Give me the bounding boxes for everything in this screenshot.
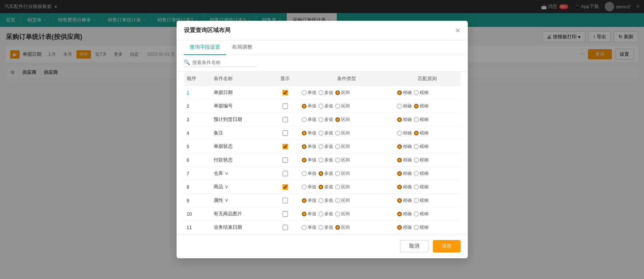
match-radio-模糊-3[interactable]: 模糊 [414,130,428,136]
match-radio-精确-10[interactable]: 精确 [397,224,412,231]
type-radio-区间-7[interactable]: 区间 [335,184,350,190]
row-name-7: 商品 ∨ [211,180,272,194]
type-radio-区间-3[interactable]: 区间 [335,130,350,136]
type-radio-多值-6[interactable]: 多值 [319,170,333,177]
type-radio-多值-5[interactable]: 多值 [319,157,333,163]
modal-title: 设置查询区域布局 [184,27,230,34]
match-radio-模糊-10[interactable]: 模糊 [414,224,428,231]
type-radio-区间-6[interactable]: 区间 [335,170,350,177]
display-checkbox-3[interactable] [283,130,288,136]
type-radio-多值-10[interactable]: 多值 [319,224,333,231]
save-button[interactable]: 保存 [433,240,461,252]
display-checkbox-0[interactable] [283,90,288,95]
match-radio-精确-2[interactable]: 精确 [397,117,412,123]
display-checkbox-10[interactable] [283,225,288,230]
display-checkbox-6[interactable] [283,171,288,176]
match-radio-模糊-1[interactable]: 模糊 [414,103,428,109]
table-row: 5单据状态单值多值区间精确模糊 [184,140,461,153]
row-order-9: 10 [184,207,211,221]
row-display-6 [272,167,299,180]
type-radio-单值-9[interactable]: 单值 [302,211,316,217]
type-radio-多值-7[interactable]: 多值 [319,184,333,190]
match-radio-模糊-4[interactable]: 模糊 [414,144,428,150]
match-radio-精确-5[interactable]: 精确 [397,157,412,163]
modal-col-order: 顺序 [184,72,211,86]
row-display-10 [272,221,299,234]
type-radio-区间-9[interactable]: 区间 [335,211,350,217]
type-radio-单值-0[interactable]: 单值 [302,90,316,96]
type-radio-区间-5[interactable]: 区间 [335,157,350,163]
type-radio-区间-10[interactable]: 区间 [335,224,350,231]
match-radio-精确-9[interactable]: 精确 [397,211,412,217]
type-radio-单值-4[interactable]: 单值 [302,144,316,150]
type-radio-区间-1[interactable]: 区间 [335,103,350,109]
table-row: 8商品 ∨单值多值区间精确模糊 [184,180,461,194]
type-radio-单值-8[interactable]: 单值 [302,197,316,204]
row-type-0: 单值多值区间 [299,86,395,99]
display-checkbox-5[interactable] [283,157,288,163]
type-radio-区间-2[interactable]: 区间 [335,117,350,123]
match-radio-模糊-5[interactable]: 模糊 [414,157,428,163]
type-radio-多值-9[interactable]: 多值 [319,211,333,217]
display-checkbox-8[interactable] [283,198,288,203]
type-radio-多值-3[interactable]: 多值 [319,130,333,136]
row-order-8: 9 [184,194,211,207]
settings-modal: 设置查询区域布局 ✕ 查询字段设置布局调整 🔍 顺序条件名称显示条件类型匹配原则… [177,21,468,258]
row-order-6: 7 [184,167,211,180]
type-radio-多值-2[interactable]: 多值 [319,117,333,123]
match-radio-模糊-0[interactable]: 模糊 [414,90,428,96]
type-radio-单值-2[interactable]: 单值 [302,117,316,123]
row-type-4: 单值多值区间 [299,140,395,153]
row-match-8: 精确模糊 [394,194,460,207]
type-radio-多值-8[interactable]: 多值 [319,197,333,204]
type-radio-区间-8[interactable]: 区间 [335,197,350,204]
display-checkbox-9[interactable] [283,211,288,217]
display-checkbox-7[interactable] [283,184,288,190]
row-match-0: 精确模糊 [394,86,460,99]
row-name-8: 属性 ∨ [211,194,272,207]
type-radio-多值-1[interactable]: 多值 [319,103,333,109]
match-radio-模糊-8[interactable]: 模糊 [414,197,428,204]
match-radio-精确-6[interactable]: 精确 [397,170,412,177]
modal-col-match: 匹配原则 [394,72,460,86]
match-radio-模糊-9[interactable]: 模糊 [414,211,428,217]
type-radio-区间-0[interactable]: 区间 [335,90,350,96]
type-radio-单值-7[interactable]: 单值 [302,184,316,190]
row-display-7 [272,180,299,194]
modal-col-display: 显示 [272,72,299,86]
row-match-6: 精确模糊 [394,167,460,180]
modal-tabs: 查询字段设置布局调整 [177,40,468,55]
match-radio-模糊-2[interactable]: 模糊 [414,117,428,123]
row-match-4: 精确模糊 [394,140,460,153]
row-match-7: 精确模糊 [394,180,460,194]
match-radio-精确-4[interactable]: 精确 [397,144,412,150]
match-radio-精确-0[interactable]: 精确 [397,90,412,96]
type-radio-单值-6[interactable]: 单值 [302,170,316,177]
type-radio-区间-4[interactable]: 区间 [335,144,350,150]
modal-tab-layout-adjust[interactable]: 布局调整 [226,40,258,55]
modal-overlay: 设置查询区域布局 ✕ 查询字段设置布局调整 🔍 顺序条件名称显示条件类型匹配原则… [0,0,644,279]
display-checkbox-1[interactable] [283,103,288,109]
match-radio-精确-7[interactable]: 精确 [397,184,412,190]
type-radio-单值-3[interactable]: 单值 [302,130,316,136]
type-radio-单值-1[interactable]: 单值 [302,103,316,109]
type-radio-多值-0[interactable]: 多值 [319,90,333,96]
match-radio-精确-8[interactable]: 精确 [397,197,412,204]
row-name-10: 业务结束日期 [211,221,272,234]
row-name-6: 仓库 ∨ [211,167,272,180]
type-radio-多值-4[interactable]: 多值 [319,144,333,150]
type-radio-单值-5[interactable]: 单值 [302,157,316,163]
match-radio-模糊-7[interactable]: 模糊 [414,184,428,190]
search-input[interactable] [192,60,250,65]
cancel-button[interactable]: 取消 [400,240,428,252]
type-radio-单值-10[interactable]: 单值 [302,224,316,231]
row-type-9: 单值多值区间 [299,207,395,221]
display-checkbox-4[interactable] [283,144,288,149]
modal-close-btn[interactable]: ✕ [455,27,461,34]
modal-tab-field-settings[interactable]: 查询字段设置 [184,40,226,55]
match-radio-精确-1[interactable]: 精确 [397,103,412,109]
display-checkbox-2[interactable] [283,117,288,122]
match-radio-精确-3[interactable]: 精确 [397,130,412,136]
match-radio-模糊-6[interactable]: 模糊 [414,170,428,177]
row-type-3: 单值多值区间 [299,126,395,140]
